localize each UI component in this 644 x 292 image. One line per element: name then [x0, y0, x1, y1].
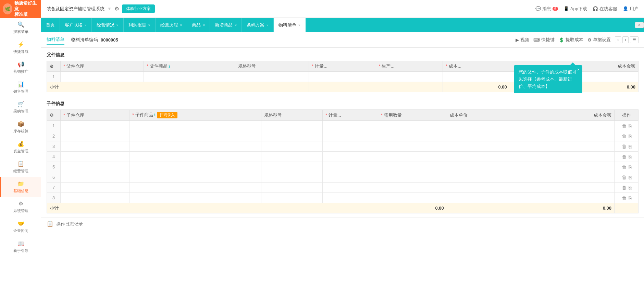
child-warehouse-cell[interactable] [61, 131, 129, 141]
child-unit-cell[interactable] [323, 121, 378, 131]
parent-spec-cell[interactable] [235, 72, 309, 82]
prev-arrow[interactable]: ‹ [615, 36, 621, 43]
nav-tab-barcode[interactable]: 条码方案× [242, 18, 274, 32]
child-qty-cell[interactable] [378, 162, 447, 172]
copy-icon[interactable]: ⎘ [629, 133, 631, 139]
child-qty-cell[interactable] [378, 172, 447, 183]
child-spec-cell[interactable] [261, 193, 323, 203]
sidebar-item-purchase[interactable]: 🛒 采购管理 [0, 97, 41, 117]
sidebar-item-enterprise[interactable]: 🤝 企业协同 [0, 217, 41, 237]
child-unit-price-cell[interactable] [447, 172, 508, 183]
child-qty-cell[interactable] [378, 141, 447, 152]
child-unit-cell[interactable] [323, 131, 378, 141]
delete-icon[interactable]: 🗑 [622, 195, 627, 201]
parent-warehouse-cell[interactable] [61, 72, 144, 82]
delete-icon[interactable]: 🗑 [622, 175, 627, 180]
sidebar-item-system[interactable]: ⚙ 系统管理 [0, 197, 41, 217]
sidebar-item-search[interactable]: 🔍 搜索菜单 [0, 18, 41, 38]
menu-arrow[interactable]: ☰ [630, 36, 639, 43]
child-unit-price-cell[interactable] [447, 121, 508, 131]
parent-production-cell[interactable] [376, 72, 443, 82]
nav-tab-customer[interactable]: 客户联络× [60, 18, 92, 32]
tab-close-barcode[interactable]: × [267, 23, 269, 27]
child-warehouse-cell[interactable] [61, 183, 129, 193]
app-download-action[interactable]: 📱 App下载 [564, 6, 587, 12]
child-goods-cell[interactable] [129, 141, 261, 152]
child-unit-cell[interactable] [323, 193, 378, 203]
child-goods-cell[interactable] [129, 152, 261, 162]
child-goods-cell[interactable] [129, 172, 261, 183]
child-qty-cell[interactable] [378, 152, 447, 162]
tab-close-goods[interactable]: × [203, 23, 205, 27]
tab-close-customer[interactable]: × [85, 23, 87, 27]
sidebar-item-quick-nav[interactable]: ⚡ 快捷导航 [0, 38, 41, 58]
nav-tab-profit-report[interactable]: 利润报告× [124, 18, 156, 32]
tooltip-close[interactable]: × [577, 67, 580, 73]
nav-tab-bom[interactable]: 物料清单× [274, 18, 306, 32]
nav-tab-operations-status[interactable]: 经营情况× [92, 18, 124, 32]
user-action[interactable]: 👤 用户 [623, 6, 639, 12]
child-warehouse-cell[interactable] [61, 162, 129, 172]
nav-tab-home[interactable]: 首页 [41, 18, 60, 32]
tab-close-profit-report[interactable]: × [148, 23, 150, 27]
settings-icon[interactable]: ⚙ [114, 5, 119, 12]
nav-tab-new-goods[interactable]: 新增商品× [210, 18, 242, 32]
single-settings-action[interactable]: ⚙ 单据设置 [587, 37, 611, 43]
sidebar-item-marketing[interactable]: 📢 营销推广 [0, 58, 41, 78]
child-warehouse-cell[interactable] [61, 121, 129, 131]
child-unit-price-cell[interactable] [447, 141, 508, 152]
online-service-action[interactable]: 🎧 在线客服 [593, 6, 617, 12]
copy-icon[interactable]: ⎘ [629, 154, 631, 160]
child-warehouse-cell[interactable] [61, 193, 129, 203]
child-qty-cell[interactable] [378, 193, 447, 203]
child-goods-cell[interactable] [129, 193, 261, 203]
child-warehouse-cell[interactable] [61, 152, 129, 162]
child-unit-cell[interactable] [323, 162, 378, 172]
nav-tab-operations-history[interactable]: 经营历程× [156, 18, 187, 32]
delete-icon[interactable]: 🗑 [622, 185, 627, 190]
message-action[interactable]: 💬 消息 6 [535, 6, 558, 12]
child-spec-cell[interactable] [261, 172, 323, 183]
child-warehouse-cell[interactable] [61, 141, 129, 152]
copy-icon[interactable]: ⎘ [629, 123, 631, 129]
sidebar-item-inventory[interactable]: 📦 库存核算 [0, 117, 41, 137]
global-close-button[interactable]: × [635, 22, 644, 28]
child-unit-cell[interactable] [323, 152, 378, 162]
parent-cost-cell[interactable] [443, 72, 510, 82]
sidebar-item-operations[interactable]: 📋 经营管理 [0, 157, 41, 177]
child-unit-price-cell[interactable] [447, 131, 508, 141]
child-unit-cell[interactable] [323, 141, 378, 152]
copy-icon[interactable]: ⎘ [629, 195, 631, 201]
scan-button[interactable]: 扫码录入 [157, 112, 177, 118]
child-spec-cell[interactable] [261, 121, 323, 131]
video-action[interactable]: ▶ 视频 [516, 37, 529, 43]
child-unit-cell[interactable] [323, 183, 378, 193]
child-spec-cell[interactable] [261, 152, 323, 162]
sidebar-item-finance[interactable]: 💰 资金管理 [0, 137, 41, 157]
nav-tab-goods[interactable]: 商品× [187, 18, 210, 32]
child-unit-price-cell[interactable] [447, 152, 508, 162]
delete-icon[interactable]: 🗑 [622, 144, 627, 149]
child-goods-cell[interactable] [129, 131, 261, 141]
child-spec-cell[interactable] [261, 131, 323, 141]
tab-close-operations-status[interactable]: × [116, 23, 119, 27]
trial-button[interactable]: 体验行业方案 [122, 4, 155, 13]
child-goods-cell[interactable] [129, 162, 261, 172]
child-spec-cell[interactable] [261, 162, 323, 172]
copy-icon[interactable]: ⎘ [629, 175, 631, 180]
tab-close-bom[interactable]: × [298, 23, 300, 27]
parent-col-settings[interactable]: ⚙ [47, 61, 61, 72]
sidebar-item-guide[interactable]: 📖 新手引导 [0, 237, 41, 257]
child-unit-price-cell[interactable] [447, 193, 508, 203]
copy-icon[interactable]: ⎘ [629, 185, 631, 190]
sidebar-item-sales[interactable]: 📊 销售管理 [0, 78, 41, 97]
child-goods-cell[interactable] [129, 183, 261, 193]
child-qty-cell[interactable] [378, 131, 447, 141]
child-unit-price-cell[interactable] [447, 162, 508, 172]
delete-icon[interactable]: 🗑 [622, 154, 627, 160]
child-qty-cell[interactable] [378, 121, 447, 131]
next-arrow[interactable]: › [622, 36, 629, 43]
delete-icon[interactable]: 🗑 [622, 133, 627, 139]
child-goods-cell[interactable] [129, 121, 261, 131]
child-col-settings[interactable]: ⚙ [47, 110, 61, 121]
